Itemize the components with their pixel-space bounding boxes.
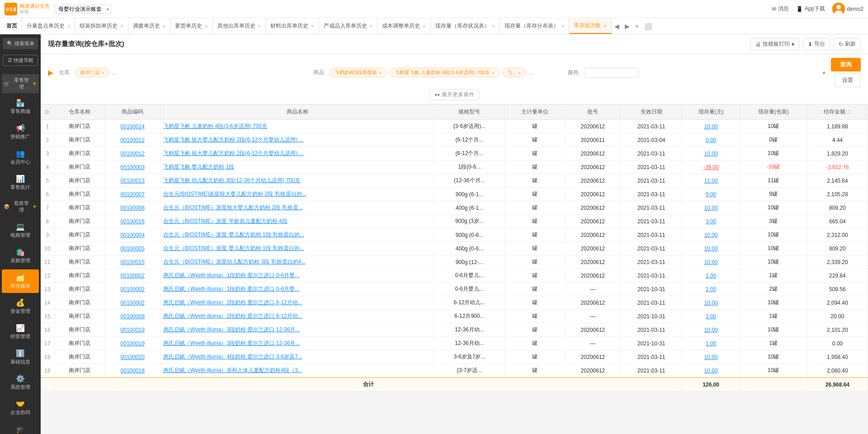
tab-close-3[interactable]: ×	[163, 24, 165, 29]
warehouse-tag-nanan[interactable]: 南岸门店 ×	[75, 68, 109, 77]
product-tag-2-close[interactable]: ×	[491, 70, 494, 75]
expand-conditions-button[interactable]: ▾▾ 展开更多条件	[429, 89, 479, 100]
tab-close-10[interactable]: ×	[561, 24, 564, 29]
user-avatar-area[interactable]: demo2	[832, 3, 863, 15]
warehouse-tag-close[interactable]: ×	[102, 70, 104, 75]
tab-close-9[interactable]: ×	[492, 24, 495, 29]
cell-name[interactable]: 合生元（BIOSTIME）派星 婴儿配方奶粉 1段 乳铁蛋白的...	[160, 242, 434, 255]
tab-close-6[interactable]: ×	[311, 24, 314, 29]
cell-code[interactable]: 00100009	[105, 310, 160, 323]
cell-code[interactable]: 00100002	[105, 296, 160, 310]
cell-stock-main[interactable]: 10.00	[682, 201, 740, 215]
tab-nav-next[interactable]: ▶	[622, 23, 632, 30]
cell-name[interactable]: 惠氏启赋（Wyeth illuma）2段奶粉 爱尔兰进口 6-12月幼...	[160, 310, 434, 323]
query-button[interactable]: 查询	[831, 58, 861, 71]
sidebar-item-purchase[interactable]: 🛍️采购管理	[2, 244, 39, 268]
tab-10[interactable]: 现存量（库存分布表） ×	[500, 18, 569, 34]
cell-name[interactable]: 合生元（BIOSTIME）派星幼儿配方奶粉 3段 乳铁蛋白的4...	[160, 255, 434, 269]
sidebar-item-retail-stats[interactable]: 📊零售统计	[2, 171, 39, 194]
sidebar-item-system[interactable]: ⚙️系统管理	[2, 371, 39, 394]
setting-button[interactable]: 设置	[835, 73, 861, 87]
cell-stock-main[interactable]: 10.00	[682, 120, 740, 133]
cell-name[interactable]: 合生元（BIOSTIME）派星 学龄前儿童配方奶粉 4段	[160, 215, 434, 228]
warehouse-more[interactable]: ...	[112, 70, 117, 76]
cell-code[interactable]: 00100015	[105, 255, 160, 269]
cell-stock-main[interactable]: 11.00	[682, 174, 740, 188]
tab-close-4[interactable]: ×	[205, 24, 208, 29]
cell-name[interactable]: 惠氏启赋（Wyeth illuma）1段奶粉 爱尔兰进口 0-6月婴...	[160, 283, 434, 296]
cell-stock-main[interactable]: 10.00	[682, 255, 740, 269]
cell-code[interactable]: 00100014	[105, 120, 160, 133]
tab-5[interactable]: 其他出库单历史 ×	[213, 18, 266, 34]
cell-stock-main[interactable]: -39.00	[682, 160, 740, 174]
tab-3[interactable]: 调拨单历史 ×	[128, 18, 170, 34]
cell-code[interactable]: 00100002	[105, 283, 160, 296]
settings-icon[interactable]: ⚙	[45, 109, 50, 115]
tab-nav-prev[interactable]: ◀	[612, 23, 622, 30]
cell-code[interactable]: 00100019	[105, 337, 160, 350]
refresh-button[interactable]: ↻ 刷新	[834, 38, 861, 50]
tab-8[interactable]: 成本调整单历史 ×	[377, 18, 430, 34]
cell-name[interactable]: 惠氏启赋（Wyeth illuma）4段奶粉 爱尔兰进口 3-6岁及7...	[160, 350, 434, 364]
download-button[interactable]: 📱 App下载	[796, 5, 825, 13]
tab-close-2[interactable]: ×	[120, 24, 123, 29]
sidebar-item-wholesale[interactable]: 📦 批发管理 ▼	[2, 196, 39, 217]
amount-info-icon[interactable]: ⓘ	[846, 109, 851, 114]
tab-close-8[interactable]: ×	[423, 24, 425, 29]
product-tag-1[interactable]: 飞鹤奶粉3段两摆装 ×	[330, 68, 387, 77]
tab-11-active[interactable]: 库存批次账 ×	[569, 18, 611, 34]
cell-name[interactable]: 飞鹤星飞帆 较大婴儿配方奶粉 2段(6-12个月婴幼儿适用) ...	[160, 147, 434, 160]
cell-stock-main[interactable]: 10.00	[682, 364, 740, 378]
cell-stock-main[interactable]: 1.00	[682, 337, 740, 350]
cell-stock-main[interactable]: 10.00	[682, 296, 740, 310]
cell-code[interactable]: 00100016	[105, 215, 160, 228]
sidebar-item-inventory[interactable]: 🗂️库存核算	[2, 269, 39, 293]
sidebar-item-retail-management[interactable]: 🛒 零售管理 ▼	[2, 74, 39, 93]
message-button[interactable]: ✉ 消息	[772, 5, 789, 13]
cell-stock-main[interactable]: 1.00	[682, 310, 740, 323]
sidebar-item-member[interactable]: 👥会员中心	[2, 146, 39, 169]
print-button[interactable]: 🖨 按模板打印 ▾	[750, 38, 799, 50]
tab-2[interactable]: 组装拆卸单历史 ×	[75, 18, 128, 34]
cell-stock-main[interactable]: 1.00	[682, 269, 740, 283]
export-button[interactable]: ⬇ 导出	[803, 38, 830, 50]
sidebar-item-finance[interactable]: 💰资金管理	[2, 295, 39, 318]
cell-code[interactable]: 00100003	[105, 160, 160, 174]
cell-name[interactable]: 飞鹤星飞帆 较大婴儿配方奶粉 2段(6-12个月婴幼儿适用) ...	[160, 133, 434, 147]
cell-name[interactable]: 惠氏启赋（Wyeth illuma）亲和人体儿童配方奶粉4段（3...	[160, 364, 434, 378]
quick-nav-button[interactable]: ☰ 快捷导航	[3, 55, 38, 66]
product-tag-2[interactable]: 飞鹤星飞帆 儿童奶粉 4段(3-6岁适用) 700克 ×	[390, 68, 500, 77]
cell-code[interactable]: 00100005	[105, 242, 160, 255]
breadcrumb-select[interactable]: 母婴行业演示账套	[54, 5, 111, 14]
sidebar-item-operation[interactable]: 📈经营管理	[2, 320, 39, 344]
cell-stock-main[interactable]: 10.00	[682, 350, 740, 364]
product-tag-1-close[interactable]: ×	[379, 70, 382, 75]
color-input[interactable]	[584, 68, 638, 78]
tab-close-all[interactable]: ×	[632, 23, 642, 30]
cell-name[interactable]: 飞鹤星飞帆 儿童奶粉 4段(3-6岁适用) 700克	[160, 120, 434, 133]
tab-home[interactable]: 首页	[2, 18, 22, 34]
cell-name[interactable]: 惠氏启赋（Wyeth illuma）3段奶粉 爱尔兰进口 12-36月...	[160, 337, 434, 350]
tab-6[interactable]: 材料出库单历史 ×	[266, 18, 319, 34]
expand-toggle[interactable]: ▶	[48, 68, 53, 77]
tab-9[interactable]: 现存量（库存状况表） ×	[431, 18, 500, 34]
breadcrumb-select-wrapper[interactable]: 母婴行业演示账套	[54, 5, 111, 14]
cell-stock-main[interactable]: 10.00	[682, 242, 740, 255]
tab-close-1[interactable]: ×	[67, 24, 70, 29]
cell-code[interactable]: 00100012	[105, 147, 160, 160]
filter-dropdown-icon[interactable]: ▾	[822, 69, 826, 76]
cell-stock-main[interactable]: 3.00	[682, 215, 740, 228]
cell-name[interactable]: 飞鹤星飞帆 婴儿配方奶粉 1段	[160, 160, 434, 174]
sidebar-item-basic[interactable]: ℹ️基础信息	[2, 345, 39, 369]
cell-code[interactable]: 00100020	[105, 350, 160, 364]
cell-code[interactable]: 00100008	[105, 201, 160, 215]
cell-code[interactable]: 00100019	[105, 323, 160, 337]
cell-name[interactable]: 合生元(BIOSTIME)派星较大婴儿配方奶粉 2段 乳铁蛋白的...	[160, 188, 434, 201]
cell-name[interactable]: 合生元（BIOSTIME）派星较大婴儿配方奶粉 2段 乳铁蛋...	[160, 201, 434, 215]
product-tag-3-close[interactable]: ×	[518, 70, 521, 75]
tab-7[interactable]: 产成品入库单历史 ×	[319, 18, 377, 34]
tab-close-11[interactable]: ×	[604, 23, 606, 28]
cell-stock-main[interactable]: 9.00	[682, 188, 740, 201]
tab-4[interactable]: 要货单历史 ×	[170, 18, 212, 34]
tab-close-5[interactable]: ×	[258, 24, 261, 29]
